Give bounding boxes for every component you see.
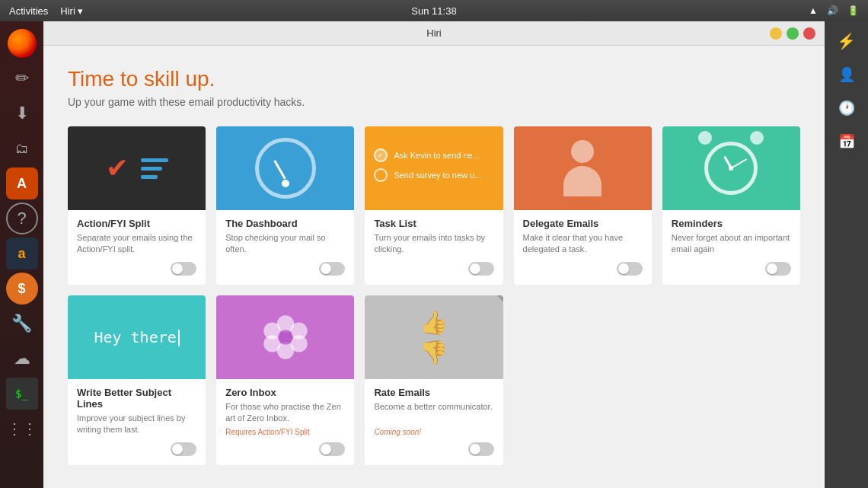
cloud-icon[interactable]: ☁ <box>6 343 38 375</box>
dollar-icon[interactable]: $ <box>6 273 38 305</box>
content-area: Time to skill up. Up your game with thes… <box>43 46 825 488</box>
card-task-list-title: Task List <box>374 218 493 229</box>
card-dashboard-title: The Dashboard <box>225 218 345 229</box>
card-write-better-image: Hey there <box>68 295 206 379</box>
flower-svg <box>259 311 312 364</box>
card-reminders-desc: Never forget about an important email ag… <box>672 232 791 256</box>
window-controls: – □ × <box>770 27 815 40</box>
sidebar-icon-calendar[interactable]: 📅 <box>833 128 860 155</box>
card-task-list-desc: Turn your emails into tasks by clicking. <box>374 232 493 256</box>
card-action-fyi-body: Action/FYI Split Separate your emails us… <box>68 210 206 285</box>
lines-icon <box>141 158 168 179</box>
amazon-icon[interactable]: a <box>6 238 38 270</box>
card-zero-inbox-title: Zero Inbox <box>225 387 345 398</box>
card-action-fyi-desc: Separate your emails using the Action/FY… <box>77 232 196 256</box>
compose-icon[interactable]: ✏ <box>6 62 38 94</box>
system-time: Sun 11:38 <box>411 5 456 17</box>
wifi-icon: ▲ <box>809 5 818 16</box>
card-reminders-image <box>662 126 800 210</box>
maximize-button[interactable]: □ <box>787 27 799 40</box>
card-rate-emails-toggle[interactable] <box>468 442 494 456</box>
card-dashboard-toggle[interactable] <box>319 262 345 276</box>
task-circle-1: ✓ <box>374 148 388 162</box>
line3 <box>141 175 158 179</box>
title-bar: Hiri – □ × <box>43 21 825 46</box>
cards-grid-row1: ✔ Action/FYI Split Separate your emails … <box>68 126 800 285</box>
help-icon[interactable]: ? <box>6 203 38 234</box>
hey-text: Hey there <box>94 328 179 347</box>
activities-button[interactable]: Activities <box>9 5 48 17</box>
app-window: Hiri – □ × Time to skill up. Up your gam… <box>43 21 825 488</box>
line1 <box>141 158 168 162</box>
sidebar-icon-person[interactable]: 👤 <box>833 61 860 88</box>
card-delegate-toggle[interactable] <box>617 262 643 276</box>
close-button[interactable]: × <box>803 27 815 40</box>
dashboard-dot <box>282 180 289 187</box>
card-task-list-body: Task List Turn your emails into tasks by… <box>365 210 503 285</box>
bell-right <box>750 131 764 145</box>
alarm-clock <box>704 142 758 195</box>
card-zero-inbox-toggle-row <box>225 442 345 456</box>
cards-grid-row2: Hey there Write Better Subject Lines Imp… <box>68 295 800 465</box>
checkmark-icon: ✔ <box>106 152 129 184</box>
app-indicator[interactable]: Hiri ▾ <box>60 5 83 17</box>
volume-icon: 🔊 <box>827 5 838 16</box>
card-write-better-title: Write Better Subject Lines <box>77 387 196 410</box>
card-rate-emails-title: Rate Emails <box>374 387 493 398</box>
card-delegate: Delegate Emails Make it clear that you h… <box>514 126 652 285</box>
minimize-button[interactable]: – <box>770 27 782 40</box>
files-icon[interactable]: 🗂 <box>6 132 38 164</box>
card-task-list-toggle-row <box>374 262 493 276</box>
card-rate-emails-body: Rate Emails Become a better communicator… <box>365 379 503 465</box>
person-figure <box>563 140 602 196</box>
card-rate-emails-coming-soon: Coming soon! <box>374 428 493 436</box>
card-rate-emails-desc: Become a better communicator. <box>374 401 493 425</box>
apps-grid-icon[interactable]: ⋮⋮ <box>6 413 38 445</box>
card-task-list-toggle[interactable] <box>468 262 494 276</box>
card-rate-emails-toggle-row <box>374 442 493 456</box>
card-action-fyi: ✔ Action/FYI Split Separate your emails … <box>68 126 206 285</box>
cursor-icon <box>178 330 180 346</box>
battery-icon: 🔋 <box>847 5 859 16</box>
window-title: Hiri <box>98 27 770 39</box>
clock-center-dot <box>729 166 733 171</box>
card-zero-inbox: Zero Inbox For those who practise the Ze… <box>216 295 354 465</box>
card-write-better: Hey there Write Better Subject Lines Imp… <box>68 295 206 465</box>
card-dashboard-desc: Stop checking your mail so often. <box>225 232 345 256</box>
card-write-better-toggle[interactable] <box>171 442 196 456</box>
right-sidebar: ⚡ 👤 🕐 📅 <box>825 21 868 488</box>
card-zero-inbox-body: Zero Inbox For those who practise the Ze… <box>216 379 354 465</box>
card-reminders-toggle[interactable] <box>765 262 791 276</box>
card-action-fyi-image: ✔ <box>68 126 206 210</box>
line2 <box>141 167 162 171</box>
firefox-icon[interactable] <box>6 27 38 59</box>
card-reminders-title: Reminders <box>672 218 791 229</box>
card-delegate-title: Delegate Emails <box>523 218 643 229</box>
hiri-icon[interactable]: 🔧 <box>6 308 38 340</box>
card-dashboard-toggle-row <box>225 262 345 276</box>
thumbs-icons: 👍 👎 <box>420 309 448 365</box>
sidebar-icon-lightning[interactable]: ⚡ <box>833 27 860 55</box>
dashboard-circle <box>255 138 316 199</box>
card-write-better-toggle-row <box>77 442 196 456</box>
system-bar-left: Activities Hiri ▾ <box>9 5 83 17</box>
card-zero-inbox-toggle[interactable] <box>319 442 345 456</box>
download-icon[interactable]: ⬇ <box>6 97 38 129</box>
font-icon[interactable]: A <box>6 167 38 199</box>
card-delegate-toggle-row <box>523 262 643 276</box>
card-tasklist-image: ✓ Ask Kevin to send ne... Send survey to… <box>365 126 503 210</box>
person-body <box>563 166 602 196</box>
task-text-1: Ask Kevin to send ne... <box>394 151 480 160</box>
card-delegate-image <box>514 126 652 210</box>
terminal-icon[interactable]: $_ <box>6 378 38 410</box>
card-write-better-desc: Improve your subject lines by writing th… <box>77 413 196 436</box>
coming-soon-banner: Coming soon <box>464 295 503 309</box>
card-reminders-toggle-row <box>672 262 791 276</box>
card-write-better-body: Write Better Subject Lines Improve your … <box>68 379 206 465</box>
system-bar: Activities Hiri ▾ Sun 11:38 ▲ 🔊 🔋 <box>0 0 868 21</box>
empty-slot-5 <box>662 295 800 465</box>
task-item-2: Send survey to new u... <box>374 168 493 182</box>
main-layout: ✏ ⬇ 🗂 A ? a $ 🔧 ☁ $_ ⋮⋮ Hiri – □ × Time … <box>0 21 868 488</box>
sidebar-icon-clock[interactable]: 🕐 <box>833 94 860 122</box>
card-action-fyi-toggle[interactable] <box>171 262 196 276</box>
